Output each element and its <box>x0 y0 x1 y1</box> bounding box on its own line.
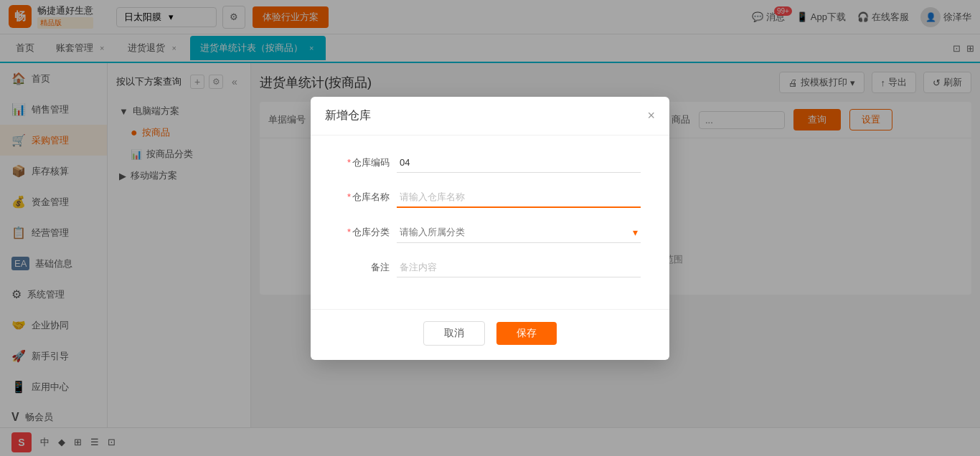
form-label-code: 仓库编码 <box>339 156 397 169</box>
modal-new-warehouse: 新增仓库 × 仓库编码 仓库名称 仓库分类 ▾ <box>311 97 669 360</box>
modal-title: 新增仓库 <box>325 108 371 123</box>
form-row-remark: 备注 <box>339 257 641 277</box>
form-row-name: 仓库名称 <box>339 187 641 208</box>
category-arrow-icon: ▾ <box>633 227 638 238</box>
form-label-category: 仓库分类 <box>339 226 397 239</box>
modal-overlay[interactable]: 新增仓库 × 仓库编码 仓库名称 仓库分类 ▾ <box>0 0 980 456</box>
cancel-button[interactable]: 取消 <box>423 321 485 346</box>
form-row-code: 仓库编码 <box>339 153 641 173</box>
modal-body: 仓库编码 仓库名称 仓库分类 ▾ 备注 <box>311 136 669 309</box>
save-button[interactable]: 保存 <box>496 322 557 345</box>
form-label-name: 仓库名称 <box>339 191 397 204</box>
form-input-name[interactable] <box>397 187 641 208</box>
form-row-category: 仓库分类 ▾ <box>339 222 641 243</box>
form-input-code[interactable] <box>397 153 641 173</box>
form-select-category[interactable]: ▾ <box>397 222 641 243</box>
modal-footer: 取消 保存 <box>311 309 669 360</box>
modal-close-button[interactable]: × <box>647 109 655 122</box>
form-input-remark[interactable] <box>397 257 641 277</box>
modal-header: 新增仓库 × <box>311 97 669 136</box>
form-category-input[interactable] <box>400 227 633 237</box>
form-label-remark: 备注 <box>339 261 397 274</box>
